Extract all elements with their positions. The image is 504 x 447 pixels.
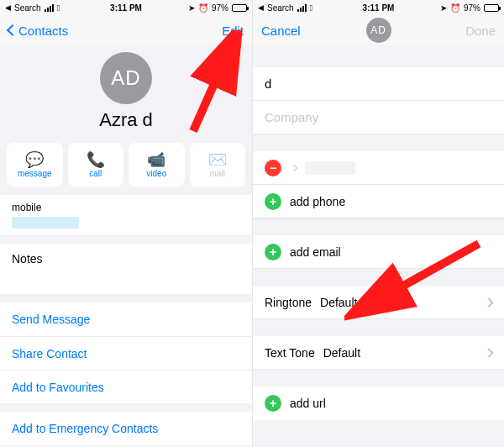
ringtone-row[interactable]: Ringtone Default xyxy=(253,286,504,319)
contact-view-screen: ◀ Search 􀙇 3:11 PM ➤ ⏰ 97% Contacts Edit… xyxy=(0,0,252,447)
wifi-icon: 􀙇 xyxy=(57,3,60,13)
quick-actions: 💬 message 📞 call 📹 video ✉️ mail xyxy=(0,143,252,195)
signal-icon xyxy=(45,4,54,12)
battery-pct: 97% xyxy=(212,3,228,13)
texttone-value: Default xyxy=(323,346,360,360)
call-label: call xyxy=(89,169,102,178)
chevron-right-icon xyxy=(484,348,493,357)
contact-header: AD Azra d xyxy=(0,45,252,143)
add-emergency-link[interactable]: Add to Emergency Contacts xyxy=(0,412,252,445)
emergency-group: Add to Emergency Contacts xyxy=(0,412,252,445)
add-icon: + xyxy=(265,244,281,260)
avatar-small[interactable]: AD xyxy=(366,18,391,43)
message-label: message xyxy=(18,169,52,178)
battery-icon xyxy=(232,4,247,12)
signal-icon xyxy=(297,4,307,12)
phone-number-redacted xyxy=(305,161,355,175)
ringtone-value: Default xyxy=(320,296,357,309)
ringtone-label: Ringtone xyxy=(265,296,312,309)
add-email-label: add email xyxy=(290,245,341,259)
back-button[interactable]: Contacts xyxy=(8,24,68,38)
status-search: Search xyxy=(14,3,41,13)
mail-icon: ✉️ xyxy=(208,152,227,167)
add-email-row[interactable]: + add email xyxy=(253,235,504,269)
links-group: Send Message Share Contact Add to Favour… xyxy=(0,302,252,403)
add-url-row[interactable]: + add url xyxy=(253,387,504,420)
video-icon: 📹 xyxy=(147,152,165,167)
add-icon: + xyxy=(265,395,281,412)
alarm-icon: ⏰ xyxy=(450,3,460,13)
phone-group: mobile xyxy=(0,195,252,235)
share-contact-link[interactable]: Share Contact xyxy=(0,336,252,370)
location-icon: ➤ xyxy=(440,3,447,13)
add-icon: + xyxy=(265,193,281,210)
notes-label: Notes xyxy=(12,252,43,266)
message-icon: 💬 xyxy=(25,152,44,167)
send-message-link[interactable]: Send Message xyxy=(0,302,252,336)
message-button[interactable]: 💬 message xyxy=(7,143,63,187)
alarm-icon: ⏰ xyxy=(198,3,208,13)
status-bar: ◀ Search 􀙇 3:11 PM ➤ ⏰ 97% xyxy=(0,0,252,15)
notes-cell[interactable]: Notes xyxy=(0,244,252,294)
chevron-left-icon xyxy=(7,24,18,36)
texttone-label: Text Tone xyxy=(265,346,315,360)
status-search: Search xyxy=(267,3,294,13)
mobile-cell[interactable]: mobile xyxy=(0,195,252,235)
mail-label: mail xyxy=(210,169,225,178)
edit-button[interactable]: Edit xyxy=(222,24,244,38)
video-button[interactable]: 📹 video xyxy=(129,143,185,187)
video-label: video xyxy=(146,169,166,178)
battery-pct: 97% xyxy=(464,3,480,13)
status-time: 3:11 PM xyxy=(110,3,142,13)
phone-existing-row[interactable]: − xyxy=(253,151,504,185)
add-url-label: add url xyxy=(290,397,326,410)
back-label: Contacts xyxy=(18,24,68,38)
chevron-right-icon xyxy=(484,297,493,307)
nav-bar: Contacts Edit xyxy=(0,15,252,45)
call-button[interactable]: 📞 call xyxy=(68,143,124,187)
contact-name: Azra d xyxy=(0,109,252,131)
contact-edit-screen: ◀ Search 􀙇 3:11 PM ➤ ⏰ 97% Cancel AD Don… xyxy=(252,0,504,447)
add-phone-row[interactable]: + add phone xyxy=(253,185,504,218)
status-time: 3:11 PM xyxy=(363,3,395,13)
company-field[interactable]: Company xyxy=(253,101,504,134)
chevron-right-icon xyxy=(291,164,297,171)
status-bar: ◀ Search 􀙇 3:11 PM ➤ ⏰ 97% xyxy=(253,0,504,15)
add-phone-label: add phone xyxy=(290,195,345,208)
battery-icon xyxy=(484,4,499,12)
mobile-label: mobile xyxy=(12,202,41,213)
notes-group: Notes xyxy=(0,244,252,294)
mail-button: ✉️ mail xyxy=(190,143,246,187)
last-name-field[interactable]: d xyxy=(253,67,504,101)
phone-icon: 📞 xyxy=(87,152,105,167)
remove-icon[interactable]: − xyxy=(265,160,281,176)
done-button[interactable]: Done xyxy=(465,24,496,38)
add-favourites-link[interactable]: Add to Favourites xyxy=(0,370,252,403)
avatar[interactable]: AD xyxy=(100,52,152,104)
wifi-icon: 􀙇 xyxy=(310,3,313,13)
location-icon: ➤ xyxy=(188,3,195,13)
nav-bar-edit: Cancel AD Done xyxy=(253,15,504,45)
cancel-button[interactable]: Cancel xyxy=(261,24,301,38)
mobile-number-redacted xyxy=(12,217,79,229)
texttone-row[interactable]: Text Tone Default xyxy=(253,336,504,370)
